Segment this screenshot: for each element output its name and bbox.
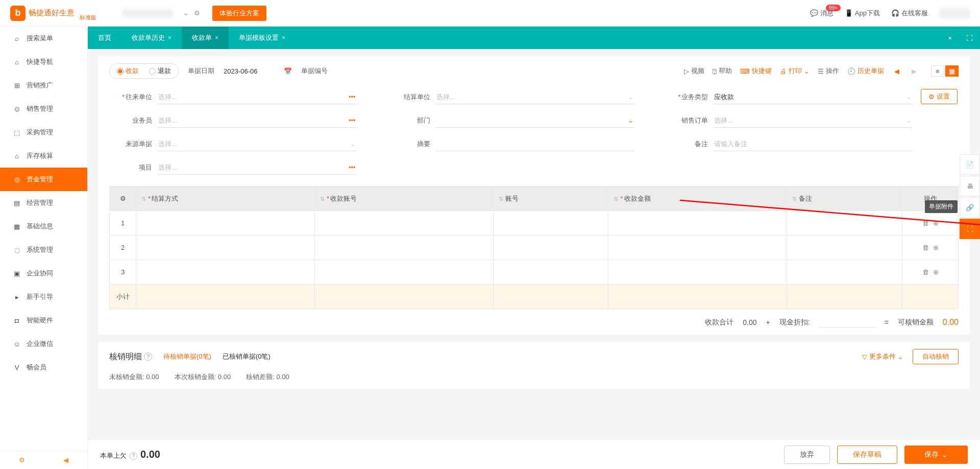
add-icon[interactable]: ⊕ xyxy=(933,219,939,227)
company-selector[interactable]: ⌄ xyxy=(122,9,189,17)
close-icon[interactable]: × xyxy=(168,34,172,41)
more-filters-button[interactable]: ▽ 更多条件 ⌄ xyxy=(862,352,903,361)
action-video[interactable]: ▷视频 xyxy=(684,66,704,76)
sidebar-item-7[interactable]: ▤经营管理 xyxy=(0,191,87,215)
view-grid-button[interactable]: ▦ xyxy=(945,65,959,77)
action-help[interactable]: ⍰帮助 xyxy=(713,66,732,76)
more-icon[interactable]: ••• xyxy=(349,93,356,101)
tab-3[interactable]: 单据模板设置× xyxy=(229,27,296,49)
more-icon[interactable]: ••• xyxy=(349,163,356,171)
tab-0[interactable]: 首页 xyxy=(88,27,121,49)
save-draft-button[interactable]: 保存草稿 xyxy=(837,445,897,464)
close-icon[interactable]: × xyxy=(282,34,285,41)
sidebar-item-1[interactable]: ⌂快捷导航 xyxy=(0,50,87,74)
tab-pending[interactable]: 待核销单据(0笔) xyxy=(163,352,211,361)
tab-1[interactable]: 收款单历史× xyxy=(121,27,182,49)
gear-icon[interactable]: ⚙ xyxy=(194,9,200,17)
calendar-icon[interactable]: 📅 xyxy=(284,67,292,75)
sidebar-item-3[interactable]: ⊙销售管理 xyxy=(0,97,87,121)
col-settle[interactable]: ⇅*结算方式 xyxy=(136,186,315,211)
col-number[interactable]: ⇅账号 xyxy=(493,186,608,211)
input-biz-type[interactable]: 应收款⌄ xyxy=(713,90,913,104)
action-history[interactable]: 🕘历史单据 xyxy=(847,66,884,76)
sidebar-item-8[interactable]: ▦基础信息 xyxy=(0,215,87,238)
sidebar-item-12[interactable]: ◘智能硬件 xyxy=(0,309,87,332)
sidebar-item-0[interactable]: ⌕搜索菜单 xyxy=(0,27,87,50)
collapse-icon[interactable]: ◀ xyxy=(63,456,68,464)
action-print[interactable]: 🖨打印⌄ xyxy=(780,66,810,76)
col-gear[interactable]: ⚙ xyxy=(110,186,136,211)
chevron-down-icon[interactable]: ⌄ xyxy=(628,116,633,124)
input-project[interactable]: 选择...••• xyxy=(157,160,357,175)
input-source-doc[interactable]: 选择...⌄ xyxy=(157,137,357,151)
save-button[interactable]: 保存⌄ xyxy=(904,445,968,464)
discount-input[interactable] xyxy=(819,317,875,327)
action-operation[interactable]: ☰操作 xyxy=(818,66,839,76)
tab-2[interactable]: 收款单× xyxy=(182,27,229,49)
app-download-button[interactable]: 📱 App下载 xyxy=(845,9,880,18)
experience-button[interactable]: 体验行业方案 xyxy=(212,6,266,21)
close-tab-button[interactable]: × xyxy=(941,34,959,42)
sidebar-item-6[interactable]: ◎资金管理 xyxy=(0,168,87,191)
rail-draft-icon[interactable]: 📄 xyxy=(960,154,980,175)
sort-icon[interactable]: ⇅ xyxy=(320,196,325,202)
sort-icon[interactable]: ⇅ xyxy=(499,196,503,202)
sidebar-item-10[interactable]: ▣企业协同 xyxy=(0,262,87,285)
rail-print-icon[interactable]: 🖶 xyxy=(960,176,980,196)
settings-icon[interactable]: ⚙ xyxy=(19,456,25,464)
sidebar-item-11[interactable]: ▸新手引导 xyxy=(0,285,87,309)
input-sales-order[interactable]: 选择...⌄ xyxy=(713,113,913,128)
table-row[interactable]: 2🗑⊕ xyxy=(110,236,959,260)
messages-button[interactable]: 💬 消息 99+ xyxy=(810,9,834,18)
sort-icon[interactable]: ⇅ xyxy=(141,196,146,202)
online-service-button[interactable]: 🎧 在线客服 xyxy=(891,9,928,18)
delete-icon[interactable]: 🗑 xyxy=(922,244,929,251)
input-summary[interactable] xyxy=(435,137,635,151)
sidebar-item-5[interactable]: ⌂库存核算 xyxy=(0,144,87,168)
chevron-down-icon[interactable]: ⌄ xyxy=(350,140,356,148)
sidebar-item-9[interactable]: ◌系统管理 xyxy=(0,238,87,262)
close-icon[interactable]: × xyxy=(215,34,218,41)
add-icon[interactable]: ⊕ xyxy=(933,244,939,251)
discard-button[interactable]: 放弃 xyxy=(784,445,830,464)
action-shortcut[interactable]: ⌨快捷键 xyxy=(740,66,772,76)
sort-icon[interactable]: ⇅ xyxy=(614,196,618,202)
table-row[interactable]: 3🗑⊕ xyxy=(110,260,959,285)
radio-refund[interactable]: 退款 xyxy=(145,65,175,77)
nav-prev-icon[interactable]: ◀ xyxy=(892,67,901,75)
help-icon[interactable]: ? xyxy=(144,353,152,361)
more-icon[interactable]: ••• xyxy=(349,116,356,124)
input-salesperson[interactable]: 选择...••• xyxy=(157,113,357,128)
help-icon[interactable]: ? xyxy=(130,452,137,460)
input-dept[interactable]: ⌄ xyxy=(435,113,635,128)
sidebar-item-13[interactable]: ☺企业微信 xyxy=(0,332,87,356)
sidebar-item-2[interactable]: ⊞营销推广 xyxy=(0,74,87,97)
col-amount[interactable]: ⇅*收款金额 xyxy=(608,186,787,211)
table-row[interactable]: 1🗑⊕ xyxy=(110,211,959,236)
rail-expand-icon[interactable]: ⛶ xyxy=(960,219,980,239)
radio-receive[interactable]: 收款 xyxy=(113,65,143,77)
settings-button[interactable]: ⚙设置 xyxy=(921,89,958,104)
nav-next-icon[interactable]: ▶ xyxy=(910,67,919,75)
input-remark[interactable]: 请输入备注 xyxy=(713,137,913,151)
chevron-down-icon[interactable]: ⌄ xyxy=(628,93,633,101)
sidebar-item-4[interactable]: ⬚采购管理 xyxy=(0,121,87,144)
input-customer[interactable]: 选择...••• xyxy=(157,90,357,104)
rail-attachment-icon[interactable]: 🔗 xyxy=(960,197,980,218)
fullscreen-button[interactable]: ⛶ xyxy=(959,34,980,42)
view-list-button[interactable]: ≡ xyxy=(931,65,944,77)
user-avatar[interactable] xyxy=(939,8,970,18)
col-remark[interactable]: ⇅备注 xyxy=(787,186,902,211)
add-icon[interactable]: ⊕ xyxy=(933,268,939,276)
input-settle-unit[interactable]: 选择...⌄ xyxy=(435,90,635,104)
tab-done[interactable]: 已核销单据(0笔) xyxy=(223,352,271,361)
delete-icon[interactable]: 🗑 xyxy=(922,268,929,276)
chevron-down-icon[interactable]: ⌄ xyxy=(906,93,912,101)
delete-icon[interactable]: 🗑 xyxy=(922,219,929,227)
doc-date-value[interactable]: 2023-06-06 xyxy=(224,67,275,75)
chevron-down-icon[interactable]: ⌄ xyxy=(906,116,912,124)
auto-writeoff-button[interactable]: 自动核销 xyxy=(913,349,959,364)
sidebar-item-14[interactable]: V畅会员 xyxy=(0,356,87,379)
col-acct[interactable]: ⇅*收款账号 xyxy=(314,186,493,211)
sort-icon[interactable]: ⇅ xyxy=(792,196,797,202)
